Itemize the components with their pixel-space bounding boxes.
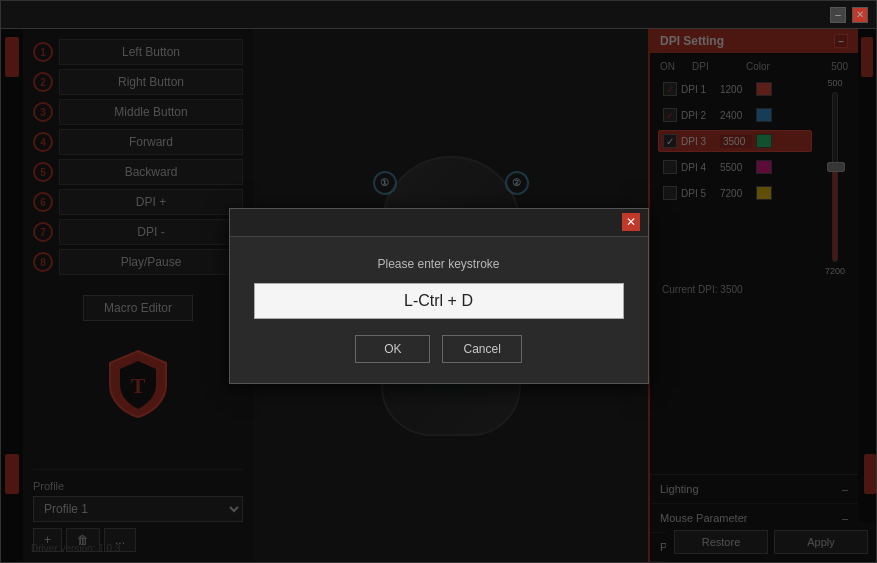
modal-cancel-button[interactable]: Cancel bbox=[442, 335, 521, 363]
modal-close-button[interactable]: ✕ bbox=[622, 213, 640, 231]
modal-title-bar: ✕ bbox=[230, 209, 648, 237]
modal-body: Please enter keystroke OK Cancel bbox=[230, 237, 648, 383]
modal-prompt-text: Please enter keystroke bbox=[254, 257, 624, 271]
modal-overlay: ✕ Please enter keystroke OK Cancel bbox=[1, 29, 876, 562]
keystroke-dialog: ✕ Please enter keystroke OK Cancel bbox=[229, 208, 649, 384]
keystroke-input[interactable] bbox=[254, 283, 624, 319]
modal-buttons: OK Cancel bbox=[254, 335, 624, 363]
main-content: 1 Left Button 2 Right Button 3 Middle Bu… bbox=[1, 29, 876, 562]
close-button[interactable]: ✕ bbox=[852, 7, 868, 23]
minimize-button[interactable]: – bbox=[830, 7, 846, 23]
title-bar: – ✕ bbox=[1, 1, 876, 29]
app-window: – ✕ 1 Left Button 2 Right Button 3 Middl… bbox=[0, 0, 877, 563]
modal-ok-button[interactable]: OK bbox=[355, 335, 430, 363]
